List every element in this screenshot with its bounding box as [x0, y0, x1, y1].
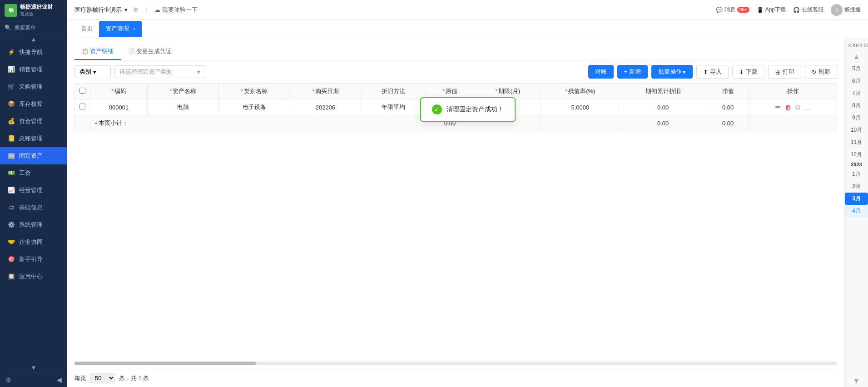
row-actions: ✏ 🗑 ⧉ …	[749, 99, 837, 115]
operations-icon: 📈	[7, 186, 15, 194]
customer-service-button[interactable]: 🎧 在线客服	[793, 6, 823, 14]
sidebar-item-operations[interactable]: 📈 经营管理	[0, 182, 67, 199]
avatar: 人	[831, 4, 843, 16]
panel-close-button[interactable]: ×	[848, 42, 851, 49]
pagination-bar: 每页 10 20 50 100 条，共 1 条	[74, 369, 837, 387]
header-category: *类别名称	[218, 84, 290, 99]
panel-month-10[interactable]: 10月	[845, 124, 868, 136]
sub-tab-voucher-gen[interactable]: 📄 变更生成凭证	[121, 44, 179, 60]
sidebar-footer: ⚙ ◀	[0, 372, 67, 387]
batch-button[interactable]: 批量操作 ▾	[651, 65, 693, 79]
sidebar-item-system[interactable]: ⚙️ 系统管理	[0, 216, 67, 233]
sidebar-item-sales[interactable]: 📊 销售管理	[0, 61, 67, 78]
panel-month-2[interactable]: 2月	[845, 180, 868, 193]
tab-home-label: 首页	[81, 25, 93, 33]
company-name: 医疗器械行业演示	[74, 6, 122, 14]
sidebar-item-app-center[interactable]: 🔲 应用中心	[0, 268, 67, 285]
messages-button[interactable]: 💬 消息 99+	[716, 6, 749, 14]
subtotal-icon: ▪	[95, 120, 97, 126]
post-label: 对账	[595, 68, 607, 76]
sidebar-item-fixed-assets[interactable]: 🏢 固定资产	[0, 147, 67, 164]
print-label: 打印	[783, 68, 794, 76]
settings-gear-icon[interactable]: ⚙	[133, 6, 139, 13]
sidebar-item-ledger[interactable]: 📒 总账管理	[0, 130, 67, 147]
post-button[interactable]: 对账	[588, 65, 614, 79]
panel-month-7[interactable]: 7月	[845, 87, 868, 99]
sidebar-item-basic-info[interactable]: 🗂 基础信息	[0, 199, 67, 216]
panel-month-3[interactable]: 3月	[845, 193, 868, 205]
import-button[interactable]: ⬆ 导入	[696, 65, 729, 79]
category-filter[interactable]: 类别 ▾	[74, 65, 111, 78]
basic-info-icon: 🗂	[7, 203, 15, 212]
message-icon: 💬	[716, 7, 723, 13]
settings-icon[interactable]: ⚙	[5, 376, 11, 383]
panel-month-1[interactable]: 1月	[845, 168, 868, 180]
per-page-select[interactable]: 10 20 50 100	[90, 373, 115, 383]
refresh-label: 刷新	[818, 68, 830, 76]
trial-button[interactable]: ☁ 我要体验一下	[154, 6, 198, 14]
sub-tab-asset-detail[interactable]: 📋 资产明细	[74, 44, 121, 60]
delete-icon[interactable]: 🗑	[785, 104, 792, 111]
tab-asset-mgmt[interactable]: 资产管理 ×	[99, 21, 142, 37]
category-filter-label: 类别	[79, 68, 91, 76]
header-name: *资产名称	[148, 84, 219, 99]
user-profile[interactable]: 人 畅捷通	[831, 4, 861, 16]
copy-icon[interactable]: ⧉	[795, 103, 800, 111]
panel-month-6[interactable]: 6月	[845, 75, 868, 87]
more-icon[interactable]: …	[804, 104, 811, 111]
print-button[interactable]: 🖨 打印	[768, 65, 801, 79]
tab-asset-mgmt-label: 资产管理	[105, 25, 129, 33]
main-area: 医疗器械行业演示 ▾ ⚙ | ☁ 我要体验一下 💬 消息 99+ 📱 App下载…	[67, 0, 868, 387]
scroll-up-arrow[interactable]: ▲	[0, 35, 67, 44]
new-button[interactable]: + 新增	[617, 65, 648, 79]
row-initial-accumulated: 0.00	[619, 99, 707, 115]
batch-label: 批量操作	[658, 68, 682, 76]
select-all-checkbox[interactable]	[79, 88, 85, 94]
header-checkbox[interactable]	[75, 84, 90, 99]
row-checkbox[interactable]	[79, 104, 85, 109]
row-checkbox-cell[interactable]	[75, 99, 90, 115]
sidebar-item-guide[interactable]: 🎯 新手引导	[0, 251, 67, 268]
panel-scroll-down[interactable]: ▼	[851, 375, 862, 387]
scroll-down-arrow[interactable]: ▼	[0, 363, 67, 372]
panel-month-12[interactable]: 12月	[845, 149, 868, 161]
panel-month-9[interactable]: 9月	[845, 112, 868, 124]
panel-month-8[interactable]: 8月	[845, 99, 868, 112]
download-icon: ⬇	[739, 69, 744, 75]
row-name: 电脑	[148, 99, 219, 115]
sidebar-item-enterprise[interactable]: 🤝 企业协同	[0, 233, 67, 251]
sidebar-item-purchase[interactable]: 🛒 采购管理	[0, 78, 67, 95]
download-button[interactable]: ⬇ 下载	[732, 65, 764, 79]
horizontal-scrollbar[interactable]	[74, 358, 837, 369]
batch-dropdown-icon: ▾	[683, 69, 686, 75]
app-download-button[interactable]: 📱 App下载	[757, 6, 786, 14]
panel-month-4[interactable]: 4月	[845, 205, 868, 217]
refresh-button[interactable]: ↻ 刷新	[805, 65, 837, 79]
company-selector[interactable]: 医疗器械行业演示 ▾	[74, 6, 128, 14]
sidebar-item-salary[interactable]: 💵 工资	[0, 164, 67, 182]
tab-home[interactable]: 首页	[74, 21, 99, 37]
messages-label: 消息	[724, 6, 735, 14]
sidebar-item-inventory[interactable]: 📦 库存核算	[0, 95, 67, 113]
asset-detail-tab-icon: 📋	[82, 48, 88, 55]
tab-close-icon[interactable]: ×	[133, 26, 135, 31]
content-area: 📋 资产明细 📄 变更生成凭证 类别 ▾ 请选择固定资产类别	[67, 38, 868, 387]
asset-category-input[interactable]: 请选择固定资产类别 ▾	[114, 65, 205, 78]
panel-month-11[interactable]: 11月	[845, 136, 868, 149]
sidebar-search[interactable]: 🔍 搜索菜单	[0, 21, 67, 35]
collapse-icon[interactable]: ◀	[57, 376, 62, 383]
panel-month-5[interactable]: 5月	[845, 63, 868, 75]
sidebar-item-quick-nav[interactable]: ⚡ 快捷导航	[0, 44, 67, 61]
per-page-label: 每页	[74, 374, 86, 382]
voucher-gen-tab-icon: 📄	[128, 48, 134, 55]
category-filter-arrow: ▾	[93, 69, 96, 75]
toolbar: 类别 ▾ 请选择固定资产类别 ▾ 对账 + 新增	[74, 65, 837, 79]
header-depreciation-method: 折旧方法	[361, 84, 426, 99]
panel-scroll-up[interactable]: ▲	[851, 51, 862, 63]
toast-message: 清理固定资产成功！	[446, 105, 504, 114]
subtotal-checkbox	[75, 115, 90, 131]
sidebar-item-label: 采购管理	[19, 83, 43, 91]
edit-icon[interactable]: ✏	[775, 103, 781, 111]
download-label: 下载	[746, 68, 758, 76]
sidebar-item-fund[interactable]: 💰 资金管理	[0, 113, 67, 130]
